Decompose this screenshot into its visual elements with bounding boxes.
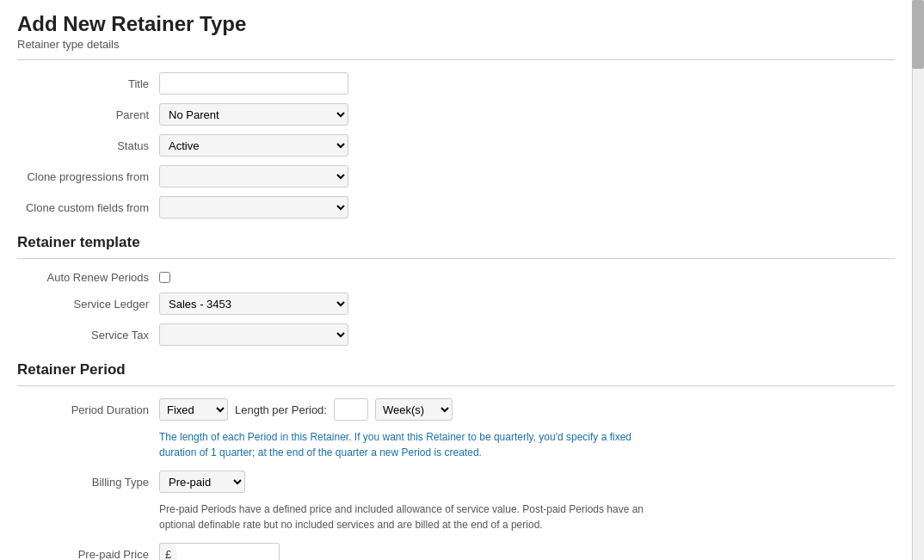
clone-progressions-select[interactable] (159, 165, 348, 188)
scrollbar-thumb[interactable] (912, 0, 924, 69)
service-ledger-select[interactable]: Sales - 3453 (159, 292, 348, 315)
prepaid-price-controls: £ (159, 543, 280, 560)
service-ledger-label: Service Ledger (17, 298, 159, 311)
parent-label: Parent (17, 108, 159, 121)
period-duration-row: Period Duration Fixed Variable Length pe… (17, 398, 895, 421)
parent-select[interactable]: No Parent (159, 103, 348, 126)
status-row: Status Active Inactive (17, 134, 895, 157)
title-label: Title (17, 77, 159, 90)
auto-renew-label: Auto Renew Periods (17, 271, 159, 284)
prepaid-price-label: Pre-paid Price (17, 548, 159, 561)
main-content: Add New Retainer Type Retainer type deta… (0, 0, 912, 560)
prepaid-price-input[interactable] (176, 543, 280, 560)
week-select[interactable]: Week(s) Month(s) Year(s) (375, 398, 453, 421)
clone-custom-fields-row: Clone custom fields from (17, 196, 895, 218)
auto-renew-row: Auto Renew Periods (17, 271, 895, 284)
period-duration-help: The length of each Period in this Retain… (159, 429, 667, 460)
retainer-period-heading: Retainer Period (17, 361, 895, 378)
length-per-period-label: Length per Period: (235, 403, 327, 416)
status-select[interactable]: Active Inactive (159, 134, 348, 157)
service-tax-select[interactable] (159, 323, 348, 346)
service-ledger-row: Service Ledger Sales - 3453 (17, 292, 895, 315)
prepaid-price-row: Pre-paid Price £ (17, 543, 895, 560)
service-tax-row: Service Tax (17, 323, 895, 346)
clone-progressions-row: Clone progressions from (17, 165, 895, 188)
retainer-period-section: Retainer Period Period Duration Fixed Va… (17, 361, 895, 560)
period-duration-controls: Fixed Variable Length per Period: Week(s… (159, 398, 453, 421)
retainer-template-section: Retainer template Auto Renew Periods Ser… (17, 234, 895, 346)
billing-type-row: Billing Type Pre-paid Post-paid (17, 471, 895, 493)
auto-renew-checkbox-wrap (159, 272, 170, 283)
currency-symbol: £ (159, 543, 176, 560)
billing-type-help: Pre-paid Periods have a defined price an… (159, 502, 667, 532)
period-duration-label: Period Duration (17, 403, 159, 416)
section-divider-template (17, 258, 895, 259)
scrollbar[interactable] (912, 0, 924, 560)
clone-progressions-label: Clone progressions from (17, 170, 159, 183)
period-duration-select[interactable]: Fixed Variable (159, 398, 228, 421)
parent-row: Parent No Parent (17, 103, 895, 126)
page-subtitle: Retainer type details (17, 38, 895, 51)
retainer-details-section: Title Parent No Parent Status Active Ina… (17, 72, 895, 218)
retainer-template-heading: Retainer template (17, 234, 895, 251)
length-per-period-input[interactable] (334, 398, 368, 421)
title-row: Title (17, 72, 895, 95)
auto-renew-checkbox[interactable] (159, 272, 170, 283)
service-tax-label: Service Tax (17, 329, 159, 342)
clone-custom-fields-select[interactable] (159, 196, 348, 218)
status-label: Status (17, 139, 159, 152)
section-divider-top (17, 59, 895, 60)
clone-custom-fields-label: Clone custom fields from (17, 201, 159, 214)
title-input[interactable] (159, 72, 348, 95)
billing-type-select[interactable]: Pre-paid Post-paid (159, 471, 245, 493)
page-title: Add New Retainer Type (17, 12, 895, 36)
section-divider-period (17, 385, 895, 386)
billing-type-label: Billing Type (17, 476, 159, 489)
